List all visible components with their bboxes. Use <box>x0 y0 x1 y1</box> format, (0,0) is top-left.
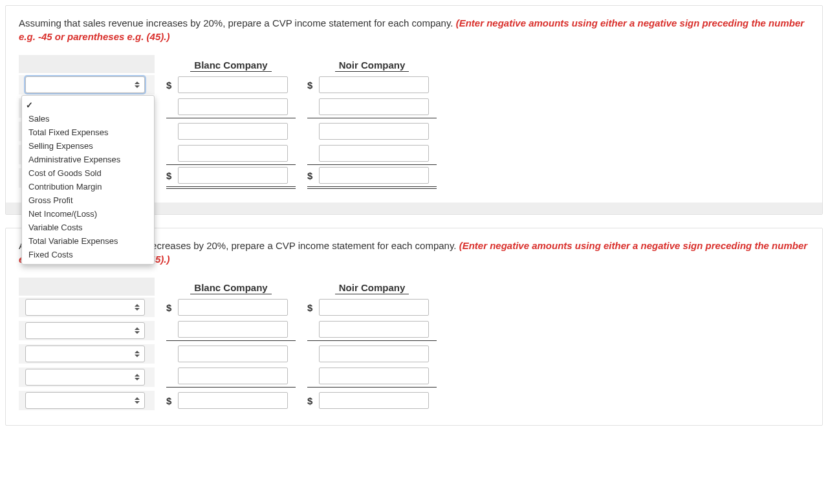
input-noir-2-2[interactable] <box>319 321 429 338</box>
stepper-icon <box>133 347 142 360</box>
dollar-sign: $ <box>307 395 315 406</box>
dollar-sign: $ <box>307 80 315 91</box>
input-blanc-1-5[interactable] <box>178 167 288 184</box>
dropdown-opt-vc[interactable]: Variable Costs <box>22 221 154 234</box>
input-blanc-2-2[interactable] <box>178 321 288 338</box>
dropdown-opt-selling[interactable]: Selling Expenses <box>22 139 154 153</box>
account-selector-2-3[interactable] <box>25 345 145 362</box>
value-blanc-1-5: $ <box>166 167 296 189</box>
header-row-1: Blanc Company Noir Company <box>19 55 433 73</box>
value-noir-1-5: $ <box>307 167 437 189</box>
input-blanc-1-3[interactable] <box>178 123 288 140</box>
row-2-4: $ $ <box>19 366 433 389</box>
dollar-sign: $ <box>166 395 174 406</box>
row-2-1: $ $ <box>19 296 433 319</box>
input-blanc-2-3[interactable] <box>178 345 288 362</box>
value-blanc-2-2: $ <box>166 321 296 341</box>
dropdown-opt-sales[interactable]: Sales <box>22 112 154 126</box>
dollar-sign: $ <box>166 302 174 313</box>
dollar-sign: $ <box>166 170 174 181</box>
dollar-sign: $ <box>166 80 174 91</box>
dropdown-opt-blank[interactable] <box>22 98 154 112</box>
input-noir-2-1[interactable] <box>319 299 429 316</box>
dropdown-opt-ni[interactable]: Net Income/(Loss) <box>22 207 154 221</box>
account-selector-2-2[interactable] <box>25 322 145 339</box>
label-cell-2-2 <box>19 321 155 340</box>
stepper-icon <box>133 301 142 314</box>
input-blanc-2-1[interactable] <box>178 299 288 316</box>
stepper-icon <box>133 394 142 407</box>
dollar-sign: $ <box>307 170 315 181</box>
dropdown-opt-cm[interactable]: Contribution Margin <box>22 180 154 193</box>
input-blanc-1-4[interactable] <box>178 145 288 162</box>
value-noir-2-3: $ <box>307 345 437 362</box>
account-selector-2-4[interactable] <box>25 369 145 386</box>
row-2-3: $ $ <box>19 342 433 366</box>
input-blanc-1-2[interactable] <box>178 98 288 115</box>
value-blanc-2-3: $ <box>166 345 296 362</box>
dropdown-opt-tve[interactable]: Total Variable Expenses <box>22 234 154 248</box>
label-cell-2-1 <box>19 298 155 317</box>
value-blanc-1-4: $ <box>166 145 296 165</box>
worksheet-2: Blanc Company Noir Company $ $ <box>19 278 433 412</box>
account-selector-2-5[interactable] <box>25 392 145 409</box>
value-noir-1-3: $ <box>307 123 437 140</box>
header-row-2: Blanc Company Noir Company <box>19 278 433 296</box>
input-noir-2-3[interactable] <box>319 345 429 362</box>
row-2-5: $ $ <box>19 389 433 412</box>
account-selector-2-1[interactable] <box>25 299 145 316</box>
dropdown-opt-cogs[interactable]: Cost of Goods Sold <box>22 166 154 180</box>
stepper-icon <box>133 78 142 91</box>
value-noir-1-2: $ <box>307 98 437 118</box>
col-header-noir-2: Noir Company <box>307 278 437 296</box>
value-blanc-1-2: $ <box>166 98 296 118</box>
dropdown-opt-total-fixed[interactable]: Total Fixed Expenses <box>22 126 154 139</box>
col-header-noir-1: Noir Company <box>307 55 437 73</box>
input-noir-1-1[interactable] <box>319 76 429 93</box>
value-noir-1-1: $ <box>307 76 437 93</box>
value-noir-2-2: $ <box>307 321 437 341</box>
value-noir-1-4: $ <box>307 145 437 165</box>
input-noir-1-4[interactable] <box>319 145 429 162</box>
dropdown-menu[interactable]: Sales Total Fixed Expenses Selling Expen… <box>21 95 155 265</box>
value-noir-2-4: $ <box>307 367 437 388</box>
dropdown-opt-admin[interactable]: Administrative Expenses <box>22 153 154 166</box>
section-increase: Assuming that sales revenue increases by… <box>5 5 823 215</box>
header-label-blank-1 <box>19 55 155 73</box>
value-blanc-2-4: $ <box>166 367 296 388</box>
stepper-icon <box>133 371 142 384</box>
prompt-plain-1: Assuming that sales revenue increases by… <box>19 17 456 28</box>
label-cell-2-5 <box>19 391 155 410</box>
value-blanc-1-1: $ <box>166 76 296 93</box>
value-blanc-2-1: $ <box>166 299 296 316</box>
input-noir-1-3[interactable] <box>319 123 429 140</box>
input-blanc-2-4[interactable] <box>178 367 288 384</box>
input-noir-2-4[interactable] <box>319 367 429 384</box>
row-2-2: $ $ <box>19 319 433 342</box>
dropdown-opt-fc[interactable]: Fixed Costs <box>22 248 154 261</box>
prompt-text-1: Assuming that sales revenue increases by… <box>19 16 809 43</box>
col-header-blanc-1: Blanc Company <box>166 55 296 73</box>
input-blanc-1-1[interactable] <box>178 76 288 93</box>
col-header-blanc-2: Blanc Company <box>166 278 296 296</box>
account-selector-1-1[interactable] <box>25 76 145 93</box>
dollar-sign: $ <box>307 302 315 313</box>
input-blanc-2-5[interactable] <box>178 392 288 409</box>
input-noir-1-2[interactable] <box>319 98 429 115</box>
label-cell-2-4 <box>19 367 155 387</box>
input-noir-1-5[interactable] <box>319 167 429 184</box>
label-cell-1-1 <box>19 75 155 94</box>
input-noir-2-5[interactable] <box>319 392 429 409</box>
value-noir-2-1: $ <box>307 299 437 316</box>
value-blanc-1-3: $ <box>166 123 296 140</box>
dropdown-opt-gp[interactable]: Gross Profit <box>22 193 154 207</box>
stepper-icon <box>133 324 142 337</box>
value-blanc-2-5: $ <box>166 392 296 409</box>
row-1-1: $ $ <box>19 73 433 96</box>
value-noir-2-5: $ <box>307 392 437 409</box>
header-label-blank-2 <box>19 278 155 296</box>
worksheet-1: Blanc Company Noir Company $ $ $ <box>19 55 433 190</box>
label-cell-2-3 <box>19 344 155 364</box>
